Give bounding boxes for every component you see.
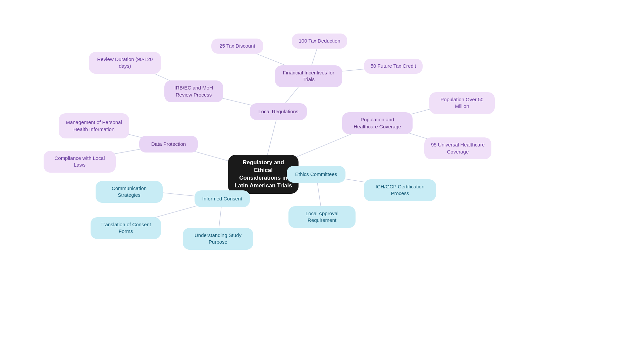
ichGcp-node: ICH/GCP Certification Process [364, 179, 436, 201]
irbEC-node: IRB/EC and MoH Review Process [164, 80, 223, 102]
localApproval-node: Local Approval Requirement [288, 206, 356, 228]
compliance-node: Compliance with Local Laws [44, 151, 116, 173]
reviewDuration-node: Review Duration (90-120 days) [89, 52, 161, 74]
popOver50-node: Population Over 50 Million [429, 92, 495, 114]
futureTaxCredit-node: 50 Future Tax Credit [364, 59, 423, 74]
populationCoverage-node: Population and Healthcare Coverage [342, 112, 413, 134]
understandingStudy-node: Understanding Study Purpose [183, 228, 253, 250]
localRegs-node: Local Regulations [250, 103, 307, 120]
commStrategies-node: Communication Strategies [96, 181, 163, 203]
translationConsent-node: Translation of Consent Forms [91, 217, 161, 239]
universalHealth-node: 95 Universal Healthcare Coverage [424, 137, 491, 159]
taxDiscount-node: 25 Tax Discount [211, 39, 263, 54]
informedConsent-node: Informed Consent [195, 190, 250, 207]
dataProtection-node: Data Protection [139, 136, 198, 153]
mgmtPersonal-node: Management of Personal Health Informatio… [59, 113, 129, 138]
taxDeduction-node: 100 Tax Deduction [292, 34, 347, 49]
financialIncentives-node: Financial Incentives for Trials [275, 65, 342, 87]
ethicsCommittees-node: Ethics Committees [287, 166, 345, 183]
